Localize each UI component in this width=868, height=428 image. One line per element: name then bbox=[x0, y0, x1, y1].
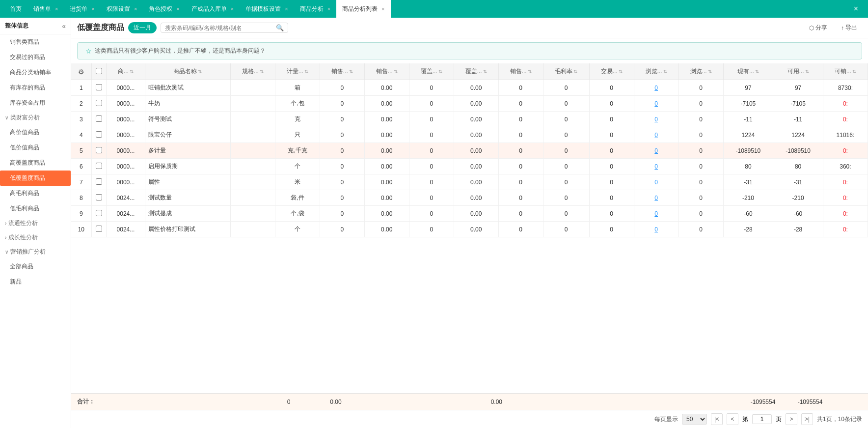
row-checkbox[interactable] bbox=[96, 147, 102, 153]
nav-permission[interactable]: 权限设置 × bbox=[101, 0, 143, 18]
sort-icon-unit[interactable]: ⇅ bbox=[304, 69, 308, 74]
table-row: 40000...眼宝公仔只00.0000.0000000122412241101… bbox=[71, 127, 868, 143]
sidebar-group-growth[interactable]: › 成长性分析 bbox=[0, 230, 71, 245]
sidebar-item-low-value[interactable]: 低价值商品 bbox=[0, 140, 71, 155]
sidebar-header: 整体信息 « bbox=[0, 18, 71, 34]
sort-icon-current[interactable]: ⇅ bbox=[755, 69, 759, 74]
nav-purchase-close[interactable]: × bbox=[91, 0, 94, 18]
page-number-input[interactable] bbox=[752, 414, 772, 424]
sort-icon-browse2[interactable]: ⇅ bbox=[708, 69, 712, 74]
first-page-button[interactable]: |< bbox=[711, 413, 723, 425]
nav-template[interactable]: 单据模板设置 × bbox=[240, 0, 294, 18]
sidebar-group-wealth[interactable]: ∨ 类财富分析 bbox=[0, 111, 71, 125]
sort-icon-saleable[interactable]: ⇅ bbox=[852, 69, 856, 74]
row-checkbox[interactable] bbox=[96, 115, 102, 122]
col-gear[interactable]: ⚙ bbox=[71, 63, 91, 80]
table-header-row: ⚙ 商...⇅ 商品名称⇅ 规格...⇅ 计量...⇅ 销售...⇅ 销售...… bbox=[71, 63, 868, 80]
footer-totals: 合计： 0 0.00 0.00 -1095554 -1095554 bbox=[71, 393, 868, 410]
nav-home[interactable]: 首页 bbox=[4, 0, 27, 18]
nav-analysis-list-close[interactable]: × bbox=[381, 0, 384, 18]
sort-icon-sales1[interactable]: ⇅ bbox=[349, 69, 353, 74]
export-icon: ↑ bbox=[841, 25, 844, 31]
col-trade: 交易...⇅ bbox=[589, 63, 634, 80]
col-sales3: 销售...⇅ bbox=[498, 63, 543, 80]
search-input[interactable] bbox=[165, 25, 276, 31]
row-checkbox[interactable] bbox=[96, 131, 102, 138]
sort-icon-cover1[interactable]: ⇅ bbox=[438, 69, 442, 74]
sort-icon-trade[interactable]: ⇅ bbox=[619, 69, 623, 74]
col-sales1: 销售...⇅ bbox=[320, 63, 364, 80]
last-page-button[interactable]: >| bbox=[801, 413, 813, 425]
nav-role-close[interactable]: × bbox=[176, 0, 179, 18]
sort-icon-sales2[interactable]: ⇅ bbox=[394, 69, 398, 74]
row-checkbox[interactable] bbox=[96, 163, 102, 169]
sidebar-item-in-stock[interactable]: 有库存的商品 bbox=[0, 80, 71, 95]
sort-icon-margin[interactable]: ⇅ bbox=[573, 69, 577, 74]
search-icon: 🔍 bbox=[276, 24, 284, 31]
nav-role[interactable]: 角色授权 × bbox=[143, 0, 185, 18]
row-checkbox[interactable] bbox=[96, 226, 102, 232]
export-button[interactable]: ↑ 导出 bbox=[836, 22, 862, 34]
top-navigation: 首页 销售单 × 进货单 × 权限设置 × 角色授权 × 产成品入库单 × 单据… bbox=[0, 0, 868, 18]
col-unit: 计量...⇅ bbox=[275, 63, 320, 80]
footer-cover2-total: 0.00 bbox=[477, 399, 516, 405]
nav-sales[interactable]: 销售单 × bbox=[27, 0, 64, 18]
footer-current-total: -1095554 bbox=[743, 399, 783, 405]
footer-label: 合计： bbox=[77, 398, 95, 406]
col-current: 现有...⇅ bbox=[723, 63, 773, 80]
sidebar-item-traded-goods[interactable]: 交易过的商品 bbox=[0, 50, 71, 65]
col-sales2: 销售...⇅ bbox=[364, 63, 409, 80]
sidebar-group-liquidity[interactable]: › 流通性分析 bbox=[0, 216, 71, 230]
sort-icon-available[interactable]: ⇅ bbox=[805, 69, 809, 74]
info-icon: ☆ bbox=[85, 47, 92, 55]
data-table: ⚙ 商...⇅ 商品名称⇅ 规格...⇅ 计量...⇅ 销售...⇅ 销售...… bbox=[71, 63, 868, 237]
prev-page-button[interactable]: < bbox=[727, 413, 738, 425]
row-checkbox[interactable] bbox=[96, 84, 102, 90]
page-label2: 页 bbox=[776, 415, 782, 424]
row-checkbox[interactable] bbox=[96, 210, 102, 216]
sort-icon-name[interactable]: ⇅ bbox=[198, 69, 202, 74]
col-browse1: 浏览...⇅ bbox=[634, 63, 678, 80]
sidebar-item-new-goods[interactable]: 新品 bbox=[0, 274, 71, 289]
sidebar-item-sales-goods[interactable]: 销售类商品 bbox=[0, 34, 71, 50]
sort-icon-code[interactable]: ⇅ bbox=[130, 69, 134, 74]
sort-icon-spec[interactable]: ⇅ bbox=[260, 69, 264, 74]
pagination-bar: 每页显示 50 100 200 |< < 第 页 > >| 共1页，10条记录 bbox=[71, 410, 868, 428]
sidebar-item-low-coverage[interactable]: 低覆盖度商品 bbox=[0, 171, 71, 186]
share-button[interactable]: ⬡ 分享 bbox=[804, 22, 832, 34]
sidebar-group-marketing[interactable]: ∨ 营销推广分析 bbox=[0, 245, 71, 259]
sidebar-item-high-value[interactable]: 高价值商品 bbox=[0, 125, 71, 140]
sidebar-item-category-rate[interactable]: 商品分类动销率 bbox=[0, 65, 71, 80]
table-row: 60000...启用保质期个00.0000.00000008080360: bbox=[71, 159, 868, 174]
nav-permission-close[interactable]: × bbox=[134, 0, 137, 18]
row-checkbox[interactable] bbox=[96, 100, 102, 106]
nav-production-close[interactable]: × bbox=[231, 0, 234, 18]
next-page-button[interactable]: > bbox=[786, 413, 797, 425]
sidebar-item-low-margin[interactable]: 低毛利商品 bbox=[0, 201, 71, 216]
filter-recent-month-button[interactable]: 近一月 bbox=[128, 22, 157, 33]
sidebar-collapse-button[interactable]: « bbox=[62, 22, 66, 30]
row-checkbox[interactable] bbox=[96, 194, 102, 200]
select-all-checkbox[interactable] bbox=[96, 68, 102, 74]
nav-analysis-list[interactable]: 商品分析列表 × bbox=[336, 0, 390, 18]
nav-sales-close[interactable]: × bbox=[55, 0, 58, 18]
row-checkbox[interactable] bbox=[96, 178, 102, 185]
sidebar-item-high-margin[interactable]: 高毛利商品 bbox=[0, 186, 71, 201]
nav-production[interactable]: 产成品入库单 × bbox=[186, 0, 240, 18]
window-close-button[interactable]: × bbox=[848, 4, 864, 13]
col-browse2: 浏览...⇅ bbox=[678, 63, 723, 80]
nav-purchase[interactable]: 进货单 × bbox=[64, 0, 100, 18]
sort-icon-cover2[interactable]: ⇅ bbox=[483, 69, 487, 74]
sidebar-item-high-coverage[interactable]: 高覆盖度商品 bbox=[0, 155, 71, 171]
sort-icon-browse1[interactable]: ⇅ bbox=[663, 69, 667, 74]
info-banner: ☆ 这类商品只有很少客户购买过，是推广不够，还是商品本身问题？ bbox=[77, 42, 862, 59]
page-size-select[interactable]: 50 100 200 bbox=[682, 414, 707, 425]
col-checkbox[interactable] bbox=[91, 63, 106, 80]
sidebar-item-stock-capital[interactable]: 库存资金占用 bbox=[0, 95, 71, 111]
sidebar: 整体信息 « 销售类商品 交易过的商品 商品分类动销率 有库存的商品 库存资金占… bbox=[0, 18, 71, 428]
sidebar-item-all-goods[interactable]: 全部商品 bbox=[0, 259, 71, 274]
nav-analysis-close[interactable]: × bbox=[327, 0, 330, 18]
sort-icon-sales3[interactable]: ⇅ bbox=[528, 69, 532, 74]
nav-analysis[interactable]: 商品分析 × bbox=[294, 0, 336, 18]
nav-template-close[interactable]: × bbox=[285, 0, 288, 18]
